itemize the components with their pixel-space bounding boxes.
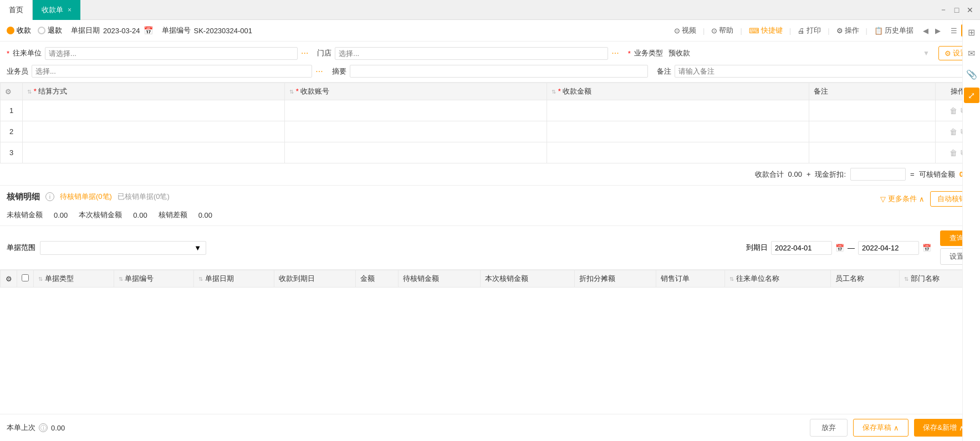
biz-required: *: [628, 49, 631, 58]
help-icon: ⊙: [711, 27, 717, 35]
sidebar-attachment-icon[interactable]: 📎: [964, 66, 979, 82]
radio-receive[interactable]: 收款: [7, 25, 31, 35]
cell-settle-2[interactable]: [23, 121, 285, 142]
table-row: 1 🗑 ⧉: [1, 100, 980, 121]
history-button[interactable]: 📋 历史单据: [872, 24, 916, 37]
form-row-1: * 往来单位 ··· 门店 ··· * 业务类型 预收款 ▼ ⚙ 设置: [7, 46, 973, 60]
cell-remarks-3[interactable]: [809, 142, 936, 163]
data-table: ⚙ ⇅ 单据类型 ⇅ 单据编号 ⇅ 单据日期: [0, 270, 980, 288]
table-gear-icon[interactable]: ⚙: [5, 88, 12, 96]
radio-refund-label: 退款: [48, 25, 62, 35]
col-checkbox: ⚙: [1, 270, 17, 288]
discount-label: 现金折扣:: [815, 170, 846, 180]
delete-icon-1[interactable]: 🗑: [950, 106, 957, 115]
sidebar-expand-icon[interactable]: ⤢: [964, 88, 979, 103]
radio-refund-dot: [38, 27, 45, 34]
table-row: 3 🗑 ⧉: [1, 142, 980, 163]
right-toolbar: ⊙ 视频 | ⊙ 帮助 | ⌨ 快捷键 | 🖨 打印 | ⚙ 操作: [672, 24, 973, 37]
discount-input[interactable]: [850, 168, 906, 181]
table-gear-icon-2[interactable]: ⚙: [6, 275, 12, 283]
biz-type-dropdown[interactable]: ▼: [923, 49, 930, 57]
verify-section: 核销明细 i 待核销单据(0笔) 已核销单据(0笔) ▽ 更多条件 ∧ 自动核销…: [0, 186, 980, 226]
cell-remarks-1[interactable]: [809, 100, 936, 121]
minimize-button[interactable]: －: [938, 4, 949, 16]
tab-home[interactable]: 首页: [0, 0, 33, 20]
delete-icon-3[interactable]: 🗑: [950, 148, 957, 157]
radio-refund[interactable]: 退款: [38, 25, 62, 35]
win-controls: － □ ✕: [938, 4, 980, 16]
store-dots[interactable]: ···: [611, 48, 619, 58]
partner-field: * 往来单位 ···: [7, 47, 308, 60]
current-verify-label: 本次核销金额: [79, 210, 122, 220]
range-label: 单据范围: [7, 243, 35, 253]
nav-prev[interactable]: ◀: [920, 25, 931, 36]
filter-date-group: 到期日 📅 — 📅: [746, 241, 931, 255]
cell-settle-3[interactable]: [23, 142, 285, 163]
calendar-icon[interactable]: 📅: [144, 26, 153, 35]
draft-button[interactable]: 保存草稿 ∧: [853, 419, 908, 437]
cell-amount-2[interactable]: [547, 121, 809, 142]
col-current: 本次核销金额: [480, 270, 574, 288]
close-button[interactable]: ✕: [964, 4, 976, 16]
cell-amount-3[interactable]: [547, 142, 809, 163]
row-num-2: 2: [1, 121, 23, 142]
salesperson-dots[interactable]: ···: [315, 66, 323, 76]
col-sales-order: 销售订单: [656, 270, 725, 288]
done-tab[interactable]: 已核销单据(0笔): [118, 192, 170, 202]
diff-value: 0.00: [198, 211, 212, 219]
tab-close-icon[interactable]: ×: [68, 6, 72, 14]
print-button[interactable]: 🖨 打印: [795, 24, 823, 37]
operation-icon: ⚙: [836, 27, 843, 35]
tab-active[interactable]: 收款单 ×: [33, 0, 80, 20]
calendar-from-icon[interactable]: 📅: [835, 244, 844, 252]
col-amount: 金额: [356, 270, 399, 288]
restore-button[interactable]: □: [951, 4, 962, 16]
summary-input[interactable]: [350, 65, 649, 78]
abandon-button[interactable]: 放弃: [810, 419, 848, 437]
pending-tab[interactable]: 待核销单据(0笔): [60, 192, 112, 202]
store-input[interactable]: [335, 47, 608, 60]
shortcut-button[interactable]: ⌨ 快捷键: [747, 24, 785, 37]
calendar-to-icon[interactable]: 📅: [922, 244, 931, 252]
range-select[interactable]: ▼: [40, 241, 206, 255]
date-to-input[interactable]: [858, 241, 919, 255]
more-conditions-button[interactable]: ▽ 更多条件 ∧: [880, 194, 925, 204]
help-button[interactable]: ⊙ 帮助: [709, 24, 736, 37]
partner-dots[interactable]: ···: [301, 48, 308, 58]
history-icon: 📋: [874, 27, 883, 35]
select-all-checkbox[interactable]: [22, 274, 29, 281]
cell-account-1[interactable]: [285, 100, 547, 121]
bottom-actions: 放弃 保存草稿 ∧ 保存&新增 ∧: [810, 419, 973, 437]
verify-info-icon[interactable]: i: [45, 192, 54, 201]
number-field-group: 单据编号 SK-20230324-001: [162, 25, 253, 35]
partner-required: *: [7, 49, 9, 58]
cell-account-3[interactable]: [285, 142, 547, 163]
video-button[interactable]: ⊙ 视频: [672, 24, 698, 37]
col-number: ⇅ 单据编号: [114, 270, 194, 288]
number-value: SK-20230324-001: [194, 27, 253, 35]
receipt-table-section: ⚙ ⇅ * 结算方式 ⇅ * 收款账号 ⇅ * 收款: [0, 83, 980, 163]
list-view-icon[interactable]: ☰: [948, 24, 960, 37]
delete-icon-2[interactable]: 🗑: [950, 127, 957, 136]
form-section: * 往来单位 ··· 门店 ··· * 业务类型 预收款 ▼ ⚙ 设置: [0, 42, 980, 83]
cell-settle-1[interactable]: [23, 100, 285, 121]
nav-next[interactable]: ▶: [932, 25, 943, 36]
date-from-input[interactable]: [771, 241, 832, 255]
remarks-input[interactable]: [675, 65, 973, 78]
verify-actions-row: 核销明细 i 待核销单据(0笔) 已核销单据(0笔) ▽ 更多条件 ∧ 自动核销: [7, 191, 973, 207]
salesperson-input[interactable]: [32, 65, 312, 78]
cell-remarks-2[interactable]: [809, 121, 936, 142]
summary-field: 摘要: [332, 65, 649, 78]
partner-input[interactable]: [45, 47, 298, 60]
operation-button[interactable]: ⚙ 操作: [834, 24, 861, 37]
tab-active-label: 收款单: [42, 5, 63, 15]
col-due-date: 收款到期日: [274, 270, 356, 288]
settings-icon: ⚙: [945, 49, 951, 58]
sidebar-table-icon[interactable]: ⊞: [964, 24, 979, 40]
bottom-info-icon[interactable]: ⓘ: [39, 423, 48, 432]
sidebar-mail-icon[interactable]: ✉: [964, 45, 979, 61]
cell-account-2[interactable]: [285, 121, 547, 142]
cell-amount-1[interactable]: [547, 100, 809, 121]
salesperson-field: 业务员 ···: [7, 65, 323, 78]
remarks-field: 备注: [657, 65, 973, 78]
